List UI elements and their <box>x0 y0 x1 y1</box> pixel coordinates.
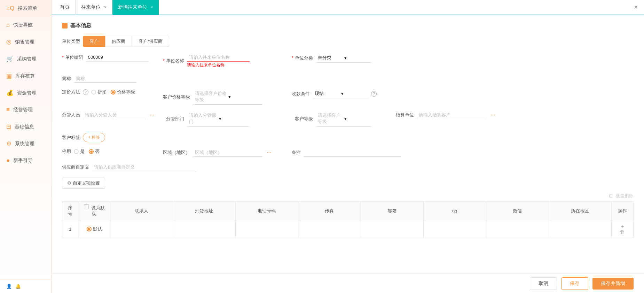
row-wechat-input[interactable] <box>490 227 545 232</box>
region-field: 区域（地区） ··· <box>163 148 281 157</box>
unit-name-input[interactable] <box>187 53 250 62</box>
department-select[interactable]: 请输入分管部门 ▾ <box>187 111 250 127</box>
section-icon <box>62 23 68 29</box>
sidebar-item-inventory[interactable]: ▦ 库存核算 <box>0 67 51 84</box>
tab-bar: 首页 往来单位 × 新增往来单位 × × <box>52 0 644 15</box>
tab-units[interactable]: 往来单位 × <box>76 0 112 15</box>
tab-new-unit-label: 新增往来单位 <box>118 4 147 10</box>
sidebar-item-quicknav[interactable]: ⌂ 快捷导航 <box>0 17 51 33</box>
unit-code-label: 单位编码 <box>62 54 83 60</box>
col-index: 序号 <box>62 202 78 220</box>
disabled-field: 停用 是 否 <box>62 148 152 155</box>
disabled-yes-radio[interactable]: 是 <box>74 148 85 155</box>
row-region-input[interactable] <box>552 227 608 232</box>
payment-terms-select[interactable]: 现结 ▾ <box>313 89 368 98</box>
sidebar-item-basic-info[interactable]: ⊟ 基础信息 <box>0 118 51 135</box>
row-phone[interactable] <box>235 220 298 238</box>
table-header-row: 序号 设为默认 联系人 到货地址 电话号码 传真 邮箱 qq 微信 所在地区 <box>62 202 634 220</box>
unit-code-input[interactable] <box>86 53 149 62</box>
bulk-delete-label[interactable]: 批量删除 <box>615 193 634 198</box>
customer-level-field: 客户等级 请选择客户等级 ▾ <box>295 111 385 127</box>
row-address-input[interactable] <box>176 227 232 232</box>
pricing-discount-radio[interactable]: 折扣 <box>91 89 107 95</box>
sidebar-item-purchase[interactable]: 🛒 采购管理 <box>0 50 51 67</box>
unit-category-select[interactable]: 未分类 ▾ <box>316 53 371 63</box>
row-email-input[interactable] <box>364 227 420 232</box>
pricing-level-label: 价格等级 <box>117 89 135 95</box>
unit-type-customer[interactable]: 客户 <box>83 36 105 47</box>
sidebar-bottom: 👤 🔔 <box>0 279 51 293</box>
manager-label: 分管人员 <box>62 112 80 118</box>
tags-field: 客户标签 + 标签 <box>62 133 152 142</box>
row-wechat[interactable] <box>486 220 549 238</box>
finance-icon: 💰 <box>6 89 14 97</box>
row-fax[interactable] <box>298 220 361 238</box>
unit-type-both[interactable]: 客户/供应商 <box>132 36 169 47</box>
row-region[interactable] <box>549 220 611 238</box>
sidebar-item-search[interactable]: ≡Q 搜索菜单 <box>0 0 51 17</box>
short-name-input[interactable] <box>74 74 136 83</box>
sidebar-item-operation[interactable]: ≡ 经营管理 <box>0 101 51 118</box>
pricing-method-help[interactable]: ? <box>83 89 88 95</box>
payment-terms-help[interactable]: ? <box>371 91 377 97</box>
disabled-radio-group: 是 否 <box>74 148 100 155</box>
region-more[interactable]: ··· <box>265 149 273 156</box>
pricing-level-radio[interactable]: 价格等级 <box>111 89 135 95</box>
manager-row: 分管人员 ··· 分管部门 请输入分管部门 ▾ 客户等级 请选择客户等级 ▾ 结… <box>62 111 634 127</box>
col-contact: 联系人 <box>110 202 173 220</box>
unit-type-supplier[interactable]: 供应商 <box>105 36 132 47</box>
region-input[interactable] <box>193 148 262 157</box>
row-address[interactable] <box>173 220 235 238</box>
customer-price-select[interactable]: 请选择客户价格等级 ▾ <box>193 89 262 105</box>
row-qq[interactable] <box>423 220 486 238</box>
row-delete-icon[interactable]: 🗑 <box>618 229 626 235</box>
row-default-radio[interactable]: 默认 <box>82 226 107 232</box>
customer-level-select[interactable]: 请选择客户等级 ▾ <box>316 111 371 127</box>
settlement-field: 结算单位 ··· <box>396 111 496 119</box>
sidebar-item-label: 基础信息 <box>15 124 34 130</box>
row-fax-input[interactable] <box>302 227 357 232</box>
payment-terms-label: 收款条件 <box>292 91 310 97</box>
add-tag-button[interactable]: + 标签 <box>83 133 105 142</box>
tab-units-close[interactable]: × <box>104 5 107 10</box>
tab-new-unit-close[interactable]: × <box>151 5 153 10</box>
unit-category-label: 单位分类 <box>292 55 313 61</box>
row-action-cell: + 🗑 <box>611 220 633 238</box>
save-and-new-button[interactable]: 保存并新增 <box>592 278 634 290</box>
row-email[interactable] <box>361 220 423 238</box>
sidebar-item-sales[interactable]: ◎ 销售管理 <box>0 33 51 50</box>
settlement-more[interactable]: ··· <box>489 112 496 118</box>
section-header: 基本信息 <box>62 22 634 29</box>
row-contact-input[interactable] <box>114 227 169 232</box>
pricing-method-field: 定价方法 ? 折扣 价格等级 <box>62 89 152 95</box>
manager-more[interactable]: ··· <box>148 112 156 118</box>
remarks-input[interactable] <box>304 148 401 157</box>
row-contact[interactable] <box>110 220 173 238</box>
disabled-no-radio[interactable]: 否 <box>89 148 100 155</box>
settlement-input[interactable] <box>417 111 486 119</box>
close-all-tabs[interactable]: × <box>630 4 641 11</box>
sidebar-item-label: 经营管理 <box>13 107 33 113</box>
home-icon: ⌂ <box>6 22 10 29</box>
cancel-button[interactable]: 取消 <box>530 277 557 290</box>
supplier-custom-input[interactable] <box>92 163 196 171</box>
row-add-icon[interactable]: + <box>619 223 625 229</box>
row-phone-input[interactable] <box>239 227 294 232</box>
disabled-region-row: 停用 是 否 区域（地区） ··· 备注 <box>62 148 634 157</box>
sidebar-item-system[interactable]: ⚙ 系统管理 <box>0 135 51 152</box>
customer-level-label: 客户等级 <box>295 116 313 122</box>
sidebar-item-guide[interactable]: ● 新手引导 <box>0 152 51 169</box>
custom-settings-button[interactable]: ⚙ 自定义项设置 <box>62 178 105 189</box>
guide-icon: ● <box>6 157 10 164</box>
user-icon: 👤 <box>6 284 12 289</box>
tab-home[interactable]: 首页 <box>54 0 76 15</box>
sidebar-item-finance[interactable]: 💰 资金管理 <box>0 84 51 101</box>
col-wechat: 微信 <box>486 202 549 220</box>
row-qq-input[interactable] <box>427 227 482 232</box>
manager-input[interactable] <box>83 111 146 119</box>
tab-new-unit[interactable]: 新增往来单位 × <box>112 0 159 15</box>
select-all-checkbox[interactable] <box>84 204 89 209</box>
unit-name-label: 单位名称 <box>163 58 184 64</box>
save-button[interactable]: 保存 <box>561 277 588 290</box>
col-fax: 传真 <box>298 202 361 220</box>
